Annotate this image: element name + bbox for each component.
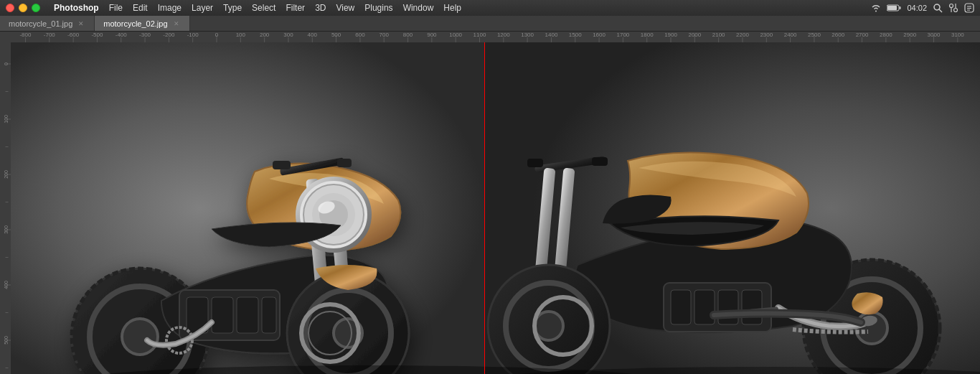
svg-rect-56 <box>694 290 715 324</box>
menu-item-view[interactable]: View <box>331 0 359 16</box>
svg-rect-46 <box>527 159 543 167</box>
tab-2[interactable]: motorcycle_02.jpg ✕ <box>95 16 189 31</box>
menu-item-help[interactable]: Help <box>438 0 466 16</box>
svg-rect-58 <box>742 290 762 324</box>
battery-icon <box>887 3 901 13</box>
menu-item-window[interactable]: Window <box>398 0 439 16</box>
motorcycle-image <box>11 42 980 374</box>
menu-item-file[interactable]: File <box>104 0 128 16</box>
titlebar-right: 04:02 <box>871 3 974 13</box>
control-center-icon[interactable] <box>948 3 958 13</box>
svg-rect-37 <box>212 297 233 333</box>
wifi-icon <box>871 3 881 13</box>
tab-1[interactable]: motorcycle_01.jpg ✕ <box>0 16 95 31</box>
svg-point-3 <box>934 4 940 10</box>
menu-item-filter[interactable]: Filter <box>281 0 310 16</box>
menu-item-3d[interactable]: 3D <box>310 0 331 16</box>
menu-item-edit[interactable]: Edit <box>128 0 153 16</box>
menu-bar: Photoshop File Edit Image Layer Type Sel… <box>49 0 871 16</box>
minimize-button[interactable] <box>19 4 27 12</box>
canvas-wrapper <box>0 42 980 374</box>
menu-item-type[interactable]: Type <box>218 0 247 16</box>
traffic-lights <box>6 4 40 12</box>
guide-line <box>484 42 485 374</box>
tab-1-label: motorcycle_01.jpg <box>9 19 72 28</box>
search-icon[interactable] <box>933 3 943 13</box>
svg-rect-47 <box>592 157 608 166</box>
svg-rect-55 <box>671 290 691 324</box>
svg-point-5 <box>950 4 953 8</box>
notification-icon[interactable] <box>964 3 974 13</box>
close-button[interactable] <box>6 4 14 12</box>
vertical-ruler-canvas <box>0 42 11 374</box>
tab-bar: motorcycle_01.jpg ✕ motorcycle_02.jpg ✕ <box>0 16 980 32</box>
svg-rect-38 <box>237 297 258 333</box>
vertical-ruler <box>0 42 11 374</box>
menu-item-image[interactable]: Image <box>153 0 187 16</box>
menu-item-plugins[interactable]: Plugins <box>359 0 397 16</box>
svg-rect-1 <box>900 6 901 9</box>
tab-2-close[interactable]: ✕ <box>172 19 181 28</box>
maximize-button[interactable] <box>32 4 40 12</box>
svg-rect-39 <box>262 297 276 333</box>
svg-line-4 <box>939 9 942 12</box>
svg-point-52 <box>534 312 563 340</box>
menu-item-layer[interactable]: Layer <box>187 0 218 16</box>
tab-1-close[interactable]: ✕ <box>77 19 85 28</box>
horizontal-ruler <box>0 32 980 42</box>
svg-point-17 <box>122 319 158 355</box>
svg-rect-57 <box>718 290 738 324</box>
svg-rect-34 <box>337 159 352 167</box>
menu-item-photoshop[interactable]: Photoshop <box>49 0 104 16</box>
svg-point-6 <box>954 9 958 12</box>
horizontal-ruler-canvas <box>0 32 980 42</box>
system-time: 04:02 <box>907 4 927 12</box>
tab-2-label: motorcycle_02.jpg <box>103 19 167 28</box>
svg-rect-33 <box>273 161 291 169</box>
menu-item-select[interactable]: Select <box>247 0 281 16</box>
titlebar: Photoshop File Edit Image Layer Type Sel… <box>0 0 980 16</box>
canvas-area[interactable] <box>11 42 980 374</box>
svg-rect-2 <box>887 6 897 10</box>
